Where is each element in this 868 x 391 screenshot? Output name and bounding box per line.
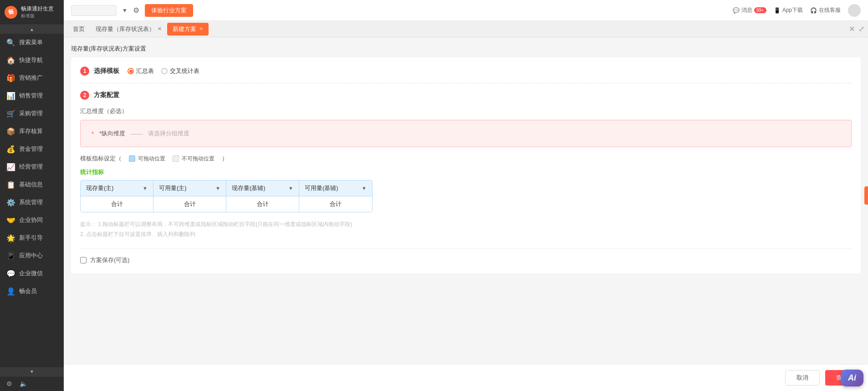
user-avatar[interactable]	[848, 4, 861, 17]
system-icon: ⚙️	[6, 198, 15, 207]
messages-badge: 99+	[754, 7, 766, 13]
sidebar-item-system[interactable]: ⚙️ 系统管理	[0, 194, 64, 211]
topbar-left: ▼ ⚙ 体验行业方案	[71, 4, 193, 17]
sidebar-item-newbie[interactable]: 🌟 新手引导	[0, 229, 64, 247]
stats-table: 现存量(主) ▼ 可用量(主) ▼ 现存量(基辅) ▼ 可用量(基辅)	[80, 180, 373, 212]
sidebar-scroll-up[interactable]: ▲	[0, 25, 64, 34]
template-indicator-suffix: ）	[222, 154, 228, 163]
vertical-dimension-row: * *纵向维度 —— 请选择分组维度	[92, 129, 840, 138]
content-header: 现存量(库存状况表)方案设置	[71, 45, 861, 53]
logo-icon: 畅	[5, 6, 17, 19]
sidebar: 畅 畅康通好生意 标准版 ▲ 🔍 搜索菜单 🏠 快捷导航 🎁 营销推广 📊 销售…	[0, 0, 64, 391]
volume-icon[interactable]: 🔈	[20, 380, 27, 387]
topbar-search-input[interactable]	[71, 5, 117, 16]
sidebar-item-marketing[interactable]: 🎁 营销推广	[0, 69, 64, 87]
col-main-qty-chevron[interactable]: ▼	[143, 185, 148, 191]
step1-title: 选择模板	[94, 67, 119, 75]
save-plan-checkbox[interactable]	[80, 257, 87, 263]
stats-data-available-main: 合计	[153, 196, 226, 212]
trial-industry-button[interactable]: 体验行业方案	[145, 4, 193, 17]
save-option-row: 方案保存(可选)	[80, 248, 852, 264]
sidebar-item-sales[interactable]: 📊 销售管理	[0, 87, 64, 105]
step2-badge: 2	[80, 91, 89, 100]
stats-data-main-qty: 合计	[81, 196, 153, 212]
sidebar-item-finance[interactable]: 💰 资金管理	[0, 140, 64, 158]
sidebar-item-basic-info[interactable]: 📋 基础信息	[0, 176, 64, 194]
newbie-icon: 🌟	[6, 234, 15, 242]
quick-nav-icon: 🏠	[6, 56, 15, 65]
radio-summary[interactable]: 汇总表	[128, 67, 154, 75]
dimension-required-star: *	[92, 130, 94, 137]
stats-data-row: 合计 合计 合计 合计	[81, 196, 372, 212]
stats-header-row: 现存量(主) ▼ 可用量(主) ▼ 现存量(基辅) ▼ 可用量(基辅)	[81, 180, 372, 196]
online-service-button[interactable]: 🎧 在线客服	[810, 6, 841, 14]
phone-icon: 📱	[774, 7, 781, 14]
sidebar-bottom: ⚙ 🔈	[0, 376, 64, 391]
finance-icon: 💰	[6, 145, 15, 154]
radio-crosstab[interactable]: 交叉统计表	[161, 67, 199, 75]
stats-label: 统计指标	[80, 168, 852, 176]
movable-indicator: 可拖动位置	[129, 155, 165, 163]
inventory-icon: 📦	[6, 127, 15, 136]
stats-col-available-main[interactable]: 可用量(主) ▼	[153, 180, 226, 196]
sidebar-item-search-menu[interactable]: 🔍 搜索菜单	[0, 34, 64, 51]
marketing-icon: 🎁	[6, 74, 15, 82]
basic-info-icon: 📋	[6, 180, 15, 189]
headset-icon: 🎧	[810, 7, 817, 14]
template-indicator-row: 模板指标设定（ 可拖动位置 不可拖动位置 ）	[80, 154, 852, 163]
app-center-icon: 📱	[6, 252, 15, 260]
sidebar-item-wechat[interactable]: 💬 企业微信	[0, 265, 64, 283]
template-radio-group: 汇总表 交叉统计表	[128, 67, 199, 75]
tab-close-all-icon[interactable]: ✕	[849, 25, 855, 33]
operations-icon: 📈	[6, 163, 15, 171]
template-indicator-label: 模板指标设定（	[80, 154, 122, 163]
fixed-indicator-box	[173, 155, 179, 162]
wechat-icon: 💬	[6, 269, 15, 278]
settings-icon[interactable]: ⚙	[6, 380, 12, 387]
sidebar-item-enterprise[interactable]: 🤝 企业协同	[0, 211, 64, 229]
page-title: 现存量(库存状况表)方案设置	[71, 45, 146, 53]
stats-col-available-base[interactable]: 可用量(基辅) ▼	[299, 180, 372, 196]
tab-inventory-close-icon[interactable]: ✕	[158, 26, 162, 32]
dimension-dash: ——	[131, 130, 143, 137]
step2-row: 2 方案配置	[80, 91, 852, 100]
messages-button[interactable]: 💬 消息 99+	[733, 6, 766, 14]
sidebar-item-app-center[interactable]: 📱 应用中心	[0, 247, 64, 265]
step1-badge: 1	[80, 67, 89, 76]
stats-col-base-qty[interactable]: 现存量(基辅) ▼	[226, 180, 299, 196]
summary-dimension-section: 汇总维度（必选） * *纵向维度 —— 请选择分组维度	[80, 107, 852, 147]
stats-col-main-qty[interactable]: 现存量(主) ▼	[81, 180, 153, 196]
summary-dimension-label: 汇总维度（必选）	[80, 107, 852, 115]
sidebar-logo: 畅 畅康通好生意 标准版	[0, 0, 64, 25]
topbar-dropdown-icon[interactable]: ▼	[122, 7, 128, 14]
col-available-base-chevron[interactable]: ▼	[362, 185, 367, 191]
ai-badge[interactable]: Ai	[841, 370, 863, 386]
tabs-bar: 首页 现存量（库存状况表） ✕ 新建方案 ✕ ✕ ⤢	[64, 21, 868, 37]
stats-section: 统计指标 现存量(主) ▼ 可用量(主) ▼ 现存量(基辅)	[80, 168, 852, 212]
tab-inventory-status[interactable]: 现存量（库存状况表） ✕	[90, 23, 167, 36]
cancel-button[interactable]: 取消	[785, 370, 820, 386]
tab-new-plan-close-icon[interactable]: ✕	[199, 26, 203, 32]
resize-handle[interactable]	[864, 186, 868, 205]
sidebar-nav: 🔍 搜索菜单 🏠 快捷导航 🎁 营销推广 📊 销售管理 🛒 采购管理 📦 库存核…	[0, 34, 64, 367]
sidebar-item-operations[interactable]: 📈 经营管理	[0, 158, 64, 176]
tab-expand-icon[interactable]: ⤢	[858, 25, 864, 33]
logo-text: 畅康通好生意 标准版	[21, 5, 54, 19]
topbar-gear-icon[interactable]: ⚙	[133, 6, 139, 15]
sidebar-item-member[interactable]: 👤 畅会员	[0, 283, 64, 300]
sidebar-item-inventory[interactable]: 📦 库存核算	[0, 123, 64, 140]
app-download-button[interactable]: 📱 App下载	[774, 6, 803, 14]
col-available-main-chevron[interactable]: ▼	[215, 185, 220, 191]
tab-new-plan[interactable]: 新建方案 ✕	[167, 23, 209, 36]
sidebar-scroll-down[interactable]: ▼	[0, 367, 64, 376]
step-divider	[80, 83, 852, 83]
sales-icon: 📊	[6, 92, 15, 100]
col-base-qty-chevron[interactable]: ▼	[288, 185, 293, 191]
footer-buttons: 取消 查询	[64, 364, 868, 391]
movable-indicator-box	[129, 155, 135, 162]
sidebar-item-quick-nav[interactable]: 🏠 快捷导航	[0, 51, 64, 69]
vertical-dim-label: *纵向维度	[99, 129, 125, 138]
sidebar-item-purchase[interactable]: 🛒 采购管理	[0, 105, 64, 123]
tab-home[interactable]: 首页	[67, 23, 90, 36]
step2-title: 方案配置	[94, 91, 119, 99]
